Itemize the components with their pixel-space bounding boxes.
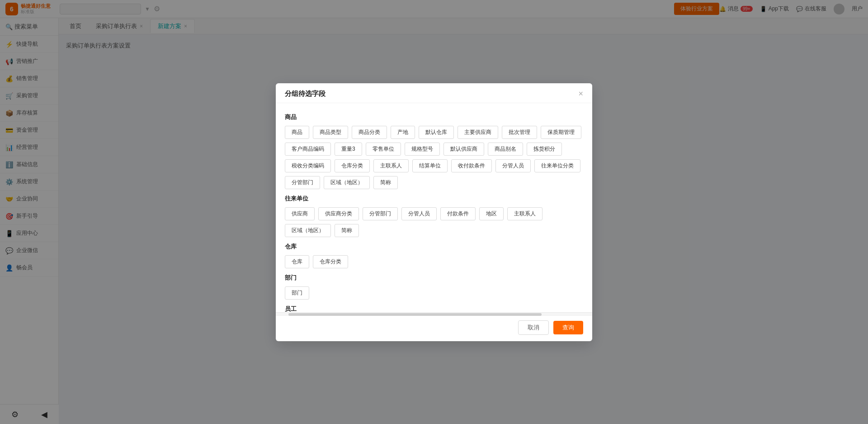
field-goods[interactable]: 商品 (285, 126, 309, 139)
field-main-supplier[interactable]: 主要供应商 (458, 126, 498, 139)
field-origin[interactable]: 产地 (391, 126, 415, 139)
field-region2-partner[interactable]: 区域（地区） (285, 224, 331, 237)
section-warehouse-title: 仓库 (285, 243, 583, 251)
modal-body: 商品 商品 商品类型 商品分类 产地 默认仓库 主要供应商 批次管理 保质期管理… (276, 103, 592, 313)
cancel-button[interactable]: 取消 (518, 320, 549, 335)
goods-field-grid: 商品 商品类型 商品分类 产地 默认仓库 主要供应商 批次管理 保质期管理 客户… (285, 126, 583, 189)
horizontal-scrollbar[interactable] (276, 312, 592, 315)
field-settlement-unit[interactable]: 结算单位 (412, 159, 448, 172)
field-batch-mgmt[interactable]: 批次管理 (502, 126, 537, 139)
field-tax-code[interactable]: 税收分类编码 (285, 159, 331, 172)
field-spec-model[interactable]: 规格型号 (405, 143, 440, 156)
field-payment-terms[interactable]: 收付款条件 (451, 159, 492, 172)
section-goods-title: 商品 (285, 113, 583, 121)
field-charge-person[interactable]: 分管人员 (495, 159, 531, 172)
modal-dialog: 分组待选字段 × 商品 商品 商品类型 商品分类 产地 默认仓库 主要供应商 批… (276, 83, 592, 341)
field-supplier-category[interactable]: 供应商分类 (318, 207, 359, 220)
confirm-button[interactable]: 查询 (553, 321, 583, 334)
field-main-contact[interactable]: 主联系人 (373, 159, 409, 172)
field-main-contact-partner[interactable]: 主联系人 (507, 207, 542, 220)
field-default-warehouse[interactable]: 默认仓库 (419, 126, 454, 139)
field-weight3[interactable]: 重量3 (335, 143, 362, 156)
field-supplier[interactable]: 供应商 (285, 207, 315, 220)
field-pick-points[interactable]: 拣货积分 (527, 143, 562, 156)
field-dept[interactable]: 部门 (285, 286, 309, 300)
field-goods-category[interactable]: 商品分类 (352, 126, 387, 139)
field-person-partner[interactable]: 分管人员 (401, 207, 437, 220)
field-short-name-goods[interactable]: 简称 (373, 176, 398, 189)
field-region-goods[interactable]: 区域（地区） (324, 176, 370, 189)
field-partner-category[interactable]: 往来单位分类 (534, 159, 580, 172)
modal-overlay: 分组待选字段 × 商品 商品 商品类型 商品分类 产地 默认仓库 主要供应商 批… (0, 0, 868, 424)
section-staff-title: 员工 (285, 305, 583, 313)
field-goods-type[interactable]: 商品类型 (313, 126, 348, 139)
field-warehouse-category[interactable]: 仓库分类 (335, 159, 370, 172)
section-dept-title: 部门 (285, 274, 583, 282)
field-goods-alias[interactable]: 商品别名 (488, 143, 523, 156)
field-warehouse[interactable]: 仓库 (285, 255, 309, 268)
scrollbar-thumb (288, 313, 542, 316)
field-pay-terms-partner[interactable]: 付款条件 (440, 207, 476, 220)
modal-title: 分组待选字段 (285, 90, 326, 98)
partner-field-grid: 供应商 供应商分类 分管部门 分管人员 付款条件 地区 主联系人 区域（地区） … (285, 207, 583, 237)
warehouse-field-grid: 仓库 仓库分类 (285, 255, 583, 268)
field-retail-unit[interactable]: 零售单位 (366, 143, 401, 156)
field-region-partner[interactable]: 地区 (479, 207, 504, 220)
modal-close-button[interactable]: × (578, 90, 583, 98)
field-dept-charge[interactable]: 分管部门 (285, 176, 320, 189)
field-warehouse-cat[interactable]: 仓库分类 (313, 255, 348, 268)
dept-field-grid: 部门 (285, 286, 583, 300)
modal-footer: 取消 查询 (276, 315, 592, 341)
modal-header: 分组待选字段 × (276, 83, 592, 103)
field-dept-partner[interactable]: 分管部门 (363, 207, 398, 220)
field-customer-code[interactable]: 客户商品编码 (285, 143, 331, 156)
field-default-supplier[interactable]: 默认供应商 (443, 143, 484, 156)
field-short-name-partner[interactable]: 简称 (335, 224, 359, 237)
section-partner-title: 往来单位 (285, 195, 583, 203)
field-expiry-mgmt[interactable]: 保质期管理 (541, 126, 581, 139)
